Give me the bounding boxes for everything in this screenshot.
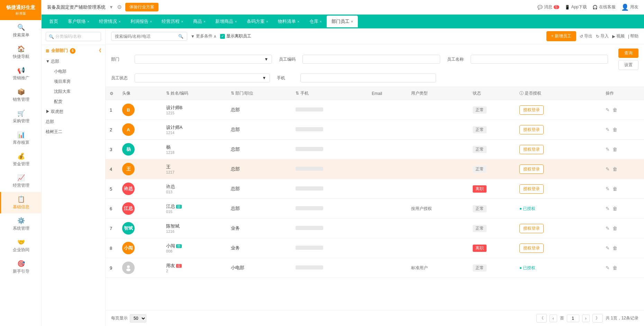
online-service-item[interactable]: 🎧 在线客服: [592, 4, 616, 10]
sidebar-item-basics[interactable]: 📋 基础信息: [0, 192, 41, 213]
settings-icon[interactable]: ⚙: [117, 4, 122, 10]
emp-name-input[interactable]: [471, 55, 608, 64]
last-page-button[interactable]: 》: [592, 314, 603, 323]
help-button[interactable]: | 帮助: [628, 33, 638, 39]
edit-button[interactable]: ✎: [606, 107, 610, 113]
auth-login-button[interactable]: 授权登录: [519, 125, 544, 134]
first-page-button[interactable]: 《: [536, 314, 547, 323]
message-item[interactable]: 💬 消息 5: [537, 4, 559, 10]
employee-search-box[interactable]: 🔍: [111, 32, 187, 41]
tab-barcode[interactable]: 条码方案 ×: [242, 16, 273, 27]
dropdown-arrow-icon[interactable]: ▼: [109, 5, 114, 10]
sidebar-item-marketing[interactable]: 📢 营销推广: [0, 63, 41, 85]
reset-button[interactable]: 设置: [618, 60, 638, 70]
tab-home[interactable]: 首页: [44, 16, 63, 27]
phone-input[interactable]: [300, 73, 436, 82]
user-avatar-item[interactable]: 👤 用友: [621, 3, 638, 11]
dept-item-zongbu[interactable]: ▼ 总部: [42, 56, 105, 67]
tab-bom[interactable]: 物料清单 ×: [273, 16, 304, 27]
import-button[interactable]: ↻ 导入: [596, 33, 609, 39]
export-button[interactable]: ↺ 导出: [580, 33, 592, 39]
show-resigned-toggle[interactable]: ✓ 显示离职员工: [220, 33, 251, 39]
edit-button[interactable]: ✎: [606, 186, 610, 192]
col-settings[interactable]: ⚙: [106, 87, 118, 100]
close-icon[interactable]: ×: [118, 19, 120, 24]
sidebar-item-system[interactable]: ⚙️ 系统管理: [0, 213, 41, 235]
auth-login-button[interactable]: 授权登录: [519, 145, 544, 154]
emp-status-select[interactable]: ▼: [135, 73, 270, 82]
close-icon[interactable]: ×: [87, 19, 89, 24]
edit-button[interactable]: ✎: [606, 206, 610, 211]
tab-new-goods[interactable]: 新增商品 ×: [210, 16, 242, 27]
delete-button[interactable]: 🗑: [613, 166, 617, 172]
more-filter-btn[interactable]: ▼ 更多条件 ∧: [191, 33, 217, 39]
dept-filter-select[interactable]: ▼: [135, 55, 272, 64]
tab-profit[interactable]: 利润报告 ×: [126, 16, 157, 27]
all-dept-header[interactable]: ⊞ 全部部门 6 《: [42, 45, 105, 56]
edit-button[interactable]: ✎: [606, 265, 610, 271]
dept-item-peihuo[interactable]: 配货: [42, 97, 105, 107]
close-icon[interactable]: ×: [266, 19, 268, 24]
col-dept[interactable]: ⇅ 部门/职位: [227, 87, 291, 100]
next-page-button[interactable]: ›: [582, 315, 590, 322]
add-employee-button[interactable]: + 新增员工: [546, 31, 576, 41]
dept-item-shuanghu[interactable]: ▶ 双虎想: [42, 107, 105, 117]
sidebar-item-inventory[interactable]: 📊 库存核算: [0, 127, 41, 149]
tab-customer[interactable]: 客户联络 ×: [63, 16, 94, 27]
delete-button[interactable]: 🗑: [613, 245, 617, 251]
close-icon[interactable]: ×: [297, 19, 299, 24]
close-icon[interactable]: ×: [150, 19, 152, 24]
tab-dept-employees[interactable]: 部门员工 ×: [327, 16, 358, 27]
dept-item-xiaodianbU[interactable]: 小电部: [42, 67, 105, 77]
dept-item-zongbu2[interactable]: 总部: [42, 117, 105, 127]
sidebar-item-purchase[interactable]: 🛒 采购管理: [0, 106, 41, 127]
dept-item-zhishu[interactable]: 植树王二: [42, 127, 105, 137]
tab-operations[interactable]: 经营情况 ×: [94, 16, 125, 27]
edit-button[interactable]: ✎: [606, 245, 610, 251]
tab-goods[interactable]: 商品 ×: [188, 16, 210, 27]
delete-button[interactable]: 🗑: [613, 265, 617, 271]
dept-item-shenyang[interactable]: 沈阳大库: [42, 87, 105, 97]
auth-login-button[interactable]: 授权登录: [519, 184, 544, 194]
edit-button[interactable]: ✎: [606, 226, 610, 231]
delete-button[interactable]: 🗑: [613, 127, 617, 132]
dept-item-project[interactable]: 项目库房: [42, 77, 105, 87]
delete-button[interactable]: 🗑: [613, 186, 617, 192]
sidebar-item-sales[interactable]: 📦 销售管理: [0, 85, 41, 106]
close-icon[interactable]: ×: [320, 19, 322, 24]
tab-history[interactable]: 经营历程 ×: [157, 16, 188, 27]
tab-warehouse[interactable]: 仓库 ×: [305, 16, 327, 27]
delete-button[interactable]: 🗑: [613, 147, 617, 152]
sidebar-item-search[interactable]: 🔍 搜索菜单: [0, 20, 41, 42]
delete-button[interactable]: 🗑: [613, 226, 617, 231]
view-button[interactable]: ▶ 视频: [612, 33, 625, 39]
delete-button[interactable]: 🗑: [613, 107, 617, 113]
col-name[interactable]: ⇅ 姓名/编码: [162, 87, 227, 100]
col-phone[interactable]: ⇅ 手机: [291, 87, 368, 100]
edit-button[interactable]: ✎: [606, 166, 610, 172]
delete-button[interactable]: 🗑: [613, 206, 617, 211]
dept-search-box[interactable]: 🔍 分类编码/名称: [46, 32, 101, 41]
query-button[interactable]: 查询: [618, 49, 638, 58]
trial-button[interactable]: 体验行业方案: [125, 3, 158, 11]
close-icon[interactable]: ×: [351, 19, 353, 24]
sidebar-item-collab[interactable]: 🤝 企业协同: [0, 235, 41, 256]
page-input[interactable]: [567, 315, 579, 322]
emp-code-input[interactable]: [302, 55, 440, 64]
collapse-icon[interactable]: 《: [97, 48, 101, 54]
sidebar-item-nav[interactable]: 🏠 快捷导航: [0, 42, 41, 63]
sidebar-item-guide[interactable]: 🎯 新手引导: [0, 256, 41, 278]
auth-login-button[interactable]: 授权登录: [519, 244, 544, 253]
auth-login-button[interactable]: 授权登录: [519, 165, 544, 174]
auth-login-button[interactable]: 授权登录: [519, 105, 544, 115]
app-download-item[interactable]: 📱 App下载: [565, 4, 587, 10]
edit-button[interactable]: ✎: [606, 127, 610, 132]
close-icon[interactable]: ×: [181, 19, 183, 24]
close-icon[interactable]: ×: [235, 19, 237, 24]
per-page-select[interactable]: 50: [130, 314, 146, 323]
edit-button[interactable]: ✎: [606, 147, 610, 152]
prev-page-button[interactable]: ‹: [550, 315, 557, 322]
sidebar-item-operations[interactable]: 📈 经营管理: [0, 170, 41, 192]
close-icon[interactable]: ×: [203, 19, 206, 24]
auth-login-button[interactable]: 授权登录: [519, 224, 544, 233]
